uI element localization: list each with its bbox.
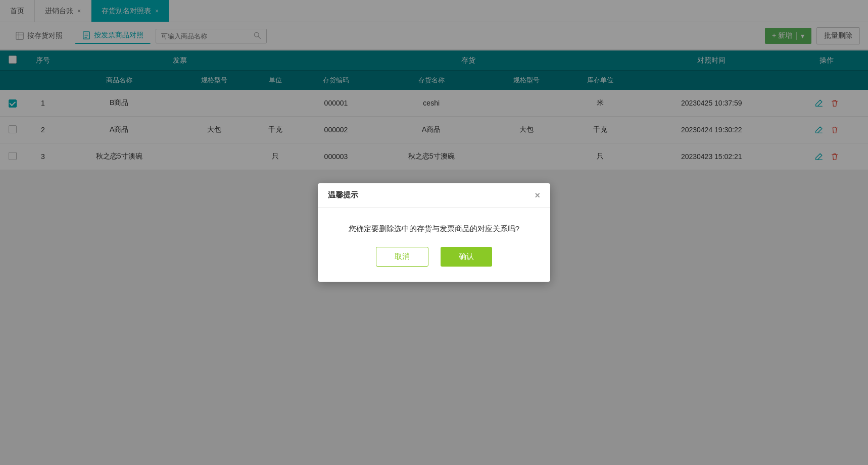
dialog-overlay: 温馨提示 × 您确定要删除选中的存货与发票商品的对应关系吗? 取消 确认 [0, 0, 868, 170]
